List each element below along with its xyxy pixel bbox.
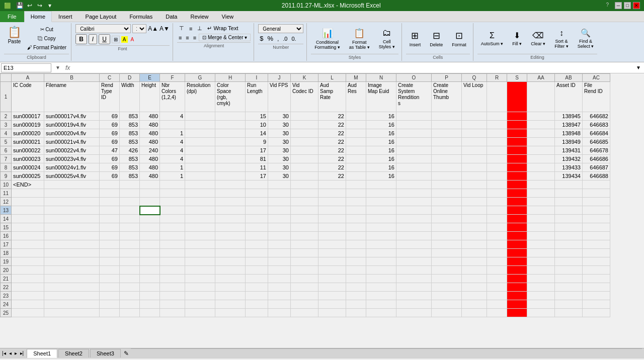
cell-18-0[interactable]	[12, 249, 44, 257]
tab-nav-next[interactable]: ▸	[15, 350, 17, 356]
cell-10-2[interactable]	[100, 181, 120, 189]
cell-11-6[interactable]	[185, 189, 215, 198]
cell-17-2[interactable]	[100, 240, 120, 249]
cell-24-11[interactable]	[318, 300, 346, 309]
format-as-table-btn[interactable]: 📋 Formatas Table ▾	[346, 25, 373, 52]
cell-11-8[interactable]	[246, 189, 268, 198]
cell-11-19[interactable]	[527, 189, 555, 198]
cell-16-15[interactable]	[432, 232, 462, 240]
cell-1-20[interactable]: Asset ID	[555, 82, 583, 112]
cell-7-21[interactable]: 646686	[583, 155, 610, 163]
cell-21-8[interactable]	[246, 275, 268, 283]
cell-24-12[interactable]	[346, 300, 366, 309]
cell-10-13[interactable]	[366, 181, 396, 189]
cell-23-1[interactable]	[44, 292, 100, 300]
cell-14-11[interactable]	[318, 215, 346, 223]
cell-22-15[interactable]	[432, 283, 462, 292]
cell-24-16[interactable]	[462, 300, 487, 309]
cell-13-3[interactable]	[120, 206, 140, 215]
cell-6-16[interactable]	[462, 146, 487, 155]
cell-4-15[interactable]	[432, 129, 462, 138]
cell-12-20[interactable]	[555, 198, 583, 206]
cell-8-14[interactable]	[396, 163, 432, 172]
cell-24-15[interactable]	[432, 300, 462, 309]
cell-8-9[interactable]: 30	[268, 163, 291, 172]
help-btn[interactable]: ?	[606, 2, 609, 9]
cell-3-21[interactable]: 646683	[583, 121, 610, 129]
cell-7-16[interactable]	[462, 155, 487, 163]
cell-17-0[interactable]	[12, 240, 44, 249]
cell-21-9[interactable]	[268, 275, 291, 283]
cell-3-5[interactable]	[160, 121, 185, 129]
cell-5-21[interactable]: 646685	[583, 138, 610, 146]
cell-4-6[interactable]	[185, 129, 215, 138]
cell-13-10[interactable]	[291, 206, 318, 215]
cell-12-11[interactable]	[318, 198, 346, 206]
cell-10-9[interactable]	[268, 181, 291, 189]
cell-2-11[interactable]: 22	[318, 112, 346, 121]
cell-17-15[interactable]	[432, 240, 462, 249]
cell-21-19[interactable]	[527, 275, 555, 283]
cell-20-18[interactable]	[507, 266, 527, 275]
cell-12-3[interactable]	[120, 198, 140, 206]
cell-17-11[interactable]	[318, 240, 346, 249]
cell-14-10[interactable]	[291, 215, 318, 223]
cell-6-13[interactable]: 16	[366, 146, 396, 155]
cell-23-2[interactable]	[100, 292, 120, 300]
cell-7-18[interactable]	[507, 155, 527, 163]
cell-16-1[interactable]	[44, 232, 100, 240]
cell-13-4[interactable]	[140, 206, 160, 215]
col-header-AC[interactable]: AC	[583, 74, 610, 82]
col-header-AA[interactable]: AA	[527, 74, 555, 82]
align-bottom-btn[interactable]: ⊥	[195, 24, 204, 33]
cell-11-1[interactable]	[44, 189, 100, 198]
cell-2-0[interactable]: sun000017	[12, 112, 44, 121]
cell-21-15[interactable]	[432, 275, 462, 283]
cell-1-17[interactable]	[487, 82, 507, 112]
col-header-G[interactable]: G	[185, 74, 215, 82]
cell-5-20[interactable]: 138949	[555, 138, 583, 146]
cell-15-9[interactable]	[268, 223, 291, 232]
cell-25-3[interactable]	[120, 309, 140, 317]
cell-7-1[interactable]: sun000023v4.flv	[44, 155, 100, 163]
cell-2-2[interactable]: 69	[100, 112, 120, 121]
add-sheet-btn[interactable]: ✎	[124, 350, 129, 357]
cell-15-4[interactable]	[140, 223, 160, 232]
tab-review[interactable]: Review	[184, 11, 215, 22]
cell-4-16[interactable]	[462, 129, 487, 138]
tab-nav-prev[interactable]: ◂	[9, 350, 12, 356]
formula-input[interactable]	[73, 65, 634, 71]
cell-10-21[interactable]	[583, 181, 610, 189]
cell-25-18[interactable]	[507, 309, 527, 317]
cell-9-15[interactable]	[432, 172, 462, 181]
cell-8-16[interactable]	[462, 163, 487, 172]
cell-10-12[interactable]	[346, 181, 366, 189]
cell-23-6[interactable]	[185, 292, 215, 300]
cell-10-8[interactable]	[246, 181, 268, 189]
cell-20-3[interactable]	[120, 266, 140, 275]
cell-10-10[interactable]	[291, 181, 318, 189]
cell-18-4[interactable]	[140, 249, 160, 257]
cell-23-20[interactable]	[555, 292, 583, 300]
cell-2-7[interactable]	[215, 112, 246, 121]
cell-16-3[interactable]	[120, 232, 140, 240]
cell-24-10[interactable]	[291, 300, 318, 309]
cell-19-12[interactable]	[346, 257, 366, 266]
cell-8-0[interactable]: sun000024	[12, 163, 44, 172]
cell-21-17[interactable]	[487, 275, 507, 283]
cell-17-13[interactable]	[366, 240, 396, 249]
col-header-A[interactable]: A	[12, 74, 44, 82]
cell-3-9[interactable]: 30	[268, 121, 291, 129]
cell-15-19[interactable]	[527, 223, 555, 232]
cell-2-12[interactable]	[346, 112, 366, 121]
cell-11-18[interactable]	[507, 189, 527, 198]
cell-6-10[interactable]	[291, 146, 318, 155]
col-header-F[interactable]: F	[160, 74, 185, 82]
cell-19-14[interactable]	[396, 257, 432, 266]
cell-9-2[interactable]: 69	[100, 172, 120, 181]
cell-11-10[interactable]	[291, 189, 318, 198]
cell-16-0[interactable]	[12, 232, 44, 240]
cell-14-13[interactable]	[366, 215, 396, 223]
cell-13-7[interactable]	[215, 206, 246, 215]
sheet-area[interactable]: A B C D E F G H I J K L M N O P Q	[0, 73, 644, 348]
